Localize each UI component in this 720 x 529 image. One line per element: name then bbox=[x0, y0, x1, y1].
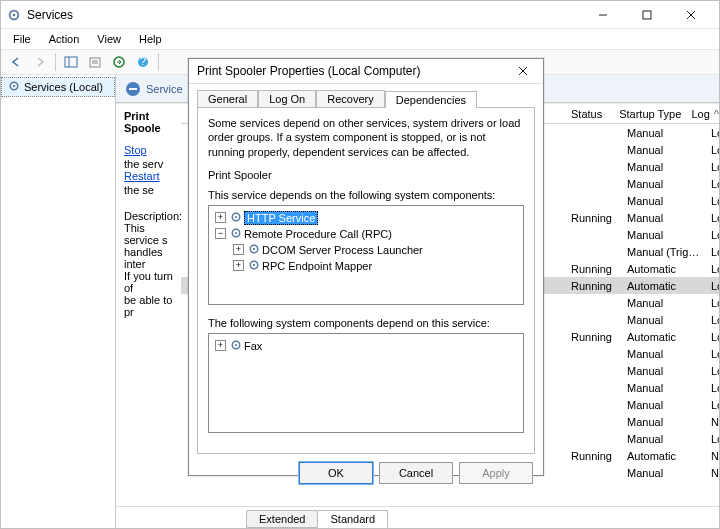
cell-startup: Automatic bbox=[627, 263, 711, 275]
cell-logon: Loc bbox=[711, 348, 719, 360]
tree-node-label: Fax bbox=[244, 340, 262, 352]
cell-logon: Loc bbox=[711, 433, 719, 445]
cell-startup: Manual bbox=[627, 399, 711, 411]
close-button[interactable] bbox=[669, 1, 713, 28]
description-line: If you turn of bbox=[124, 270, 181, 294]
dialog-tabs: General Log On Recovery Dependencies bbox=[197, 90, 535, 107]
header-icon bbox=[126, 82, 140, 96]
cell-logon: Loc bbox=[711, 178, 719, 190]
svg-point-1 bbox=[13, 13, 16, 16]
restart-link[interactable]: Restart bbox=[124, 170, 181, 182]
col-status[interactable]: Status bbox=[571, 108, 619, 120]
tree-node-dcom[interactable]: + DCOM Server Process Launcher bbox=[215, 242, 517, 258]
tab-standard[interactable]: Standard bbox=[317, 510, 388, 528]
cell-startup: Manual bbox=[627, 144, 711, 156]
cell-startup: Manual bbox=[627, 314, 711, 326]
expand-icon[interactable]: + bbox=[233, 260, 244, 271]
cell-startup: Manual bbox=[627, 416, 711, 428]
menu-file[interactable]: File bbox=[5, 31, 39, 47]
cell-status: Running bbox=[571, 280, 627, 292]
stop-link[interactable]: Stop bbox=[124, 144, 181, 156]
cell-logon: Loc bbox=[711, 212, 719, 224]
cell-startup: Manual bbox=[627, 365, 711, 377]
description-line: handles inter bbox=[124, 246, 181, 270]
chevron-up-icon: ^ bbox=[714, 108, 719, 120]
dialog-content: Some services depend on other services, … bbox=[197, 107, 535, 454]
cell-logon: Loc bbox=[711, 263, 719, 275]
collapse-icon[interactable]: − bbox=[215, 228, 226, 239]
minimize-button[interactable] bbox=[581, 1, 625, 28]
tab-dependencies[interactable]: Dependencies bbox=[385, 91, 477, 108]
tab-general[interactable]: General bbox=[197, 90, 258, 107]
description-label: Description: bbox=[124, 210, 181, 222]
tree-node-rpc[interactable]: − Remote Procedure Call (RPC) bbox=[215, 226, 517, 242]
gear-icon bbox=[248, 259, 260, 273]
dialog-titlebar: Print Spooler Properties (Local Computer… bbox=[189, 59, 543, 84]
cell-status: Running bbox=[571, 263, 627, 275]
col-logon[interactable]: Log^ bbox=[691, 108, 719, 120]
pane-header-text: Service bbox=[146, 83, 183, 95]
cell-startup: Manual bbox=[627, 467, 711, 479]
col-startup[interactable]: Startup Type bbox=[619, 108, 691, 120]
tab-logon[interactable]: Log On bbox=[258, 90, 316, 107]
export-button[interactable] bbox=[108, 51, 130, 73]
cell-logon: Loc bbox=[711, 382, 719, 394]
dependencies-intro: Some services depend on other services, … bbox=[208, 116, 524, 159]
tree-node-http[interactable]: + HTTP Service bbox=[215, 210, 517, 226]
selected-service-name: Print Spoole bbox=[124, 110, 181, 134]
window-title: Services bbox=[27, 8, 581, 22]
cell-logon: Loc bbox=[711, 127, 719, 139]
cell-logon: Loc bbox=[711, 229, 719, 241]
cell-startup: Manual bbox=[627, 229, 711, 241]
cell-startup: Automatic bbox=[627, 280, 711, 292]
cell-startup: Manual bbox=[627, 433, 711, 445]
apply-button[interactable]: Apply bbox=[459, 462, 533, 484]
gear-icon bbox=[230, 211, 242, 225]
menu-action[interactable]: Action bbox=[41, 31, 88, 47]
svg-point-25 bbox=[253, 264, 255, 266]
dialog-service-name: Print Spooler bbox=[208, 169, 524, 181]
cell-startup: Manual bbox=[627, 382, 711, 394]
titlebar: Services bbox=[1, 1, 719, 29]
show-hide-tree-button[interactable] bbox=[60, 51, 82, 73]
menu-view[interactable]: View bbox=[89, 31, 129, 47]
description-line: This service s bbox=[124, 222, 181, 246]
bottom-tabs: Extended Standard bbox=[116, 506, 719, 528]
forward-button[interactable] bbox=[29, 51, 51, 73]
dependents-tree[interactable]: + Fax bbox=[208, 333, 524, 433]
expand-icon[interactable]: + bbox=[215, 212, 226, 223]
tab-recovery[interactable]: Recovery bbox=[316, 90, 384, 107]
depends-on-tree[interactable]: + HTTP Service − Remote Procedure Call (… bbox=[208, 205, 524, 305]
svg-rect-6 bbox=[65, 57, 77, 67]
tree-node-fax[interactable]: + Fax bbox=[215, 338, 517, 354]
app-icon bbox=[7, 8, 21, 22]
cell-startup: Manual bbox=[627, 127, 711, 139]
detail-column: Print Spoole Stop the serv Restart the s… bbox=[116, 104, 181, 506]
cell-status: Running bbox=[571, 331, 627, 343]
cell-logon: Loc bbox=[711, 161, 719, 173]
expand-icon[interactable]: + bbox=[233, 244, 244, 255]
tree-node-rpc-endpoint[interactable]: + RPC Endpoint Mapper bbox=[215, 258, 517, 274]
left-tree-pane[interactable]: Services (Local) bbox=[1, 75, 116, 528]
menu-help[interactable]: Help bbox=[131, 31, 170, 47]
tree-node-services-local[interactable]: Services (Local) bbox=[1, 77, 115, 97]
properties-button[interactable] bbox=[84, 51, 106, 73]
cell-logon: Loc bbox=[711, 297, 719, 309]
help-button[interactable]: ? bbox=[132, 51, 154, 73]
maximize-button[interactable] bbox=[625, 1, 669, 28]
cell-logon: Net bbox=[711, 467, 719, 479]
cell-status: Running bbox=[571, 450, 627, 462]
menubar: File Action View Help bbox=[1, 29, 719, 49]
dialog-close-button[interactable] bbox=[511, 59, 535, 83]
stop-line: Stop the serv bbox=[124, 144, 181, 170]
gear-icon bbox=[230, 227, 242, 241]
svg-rect-3 bbox=[643, 11, 651, 19]
tab-extended[interactable]: Extended bbox=[246, 510, 318, 528]
cell-status: Running bbox=[571, 212, 627, 224]
expand-icon[interactable]: + bbox=[215, 340, 226, 351]
cell-logon: Loc bbox=[711, 280, 719, 292]
cancel-button[interactable]: Cancel bbox=[379, 462, 453, 484]
ok-button[interactable]: OK bbox=[299, 462, 373, 484]
back-button[interactable] bbox=[5, 51, 27, 73]
cell-startup: Automatic bbox=[627, 331, 711, 343]
